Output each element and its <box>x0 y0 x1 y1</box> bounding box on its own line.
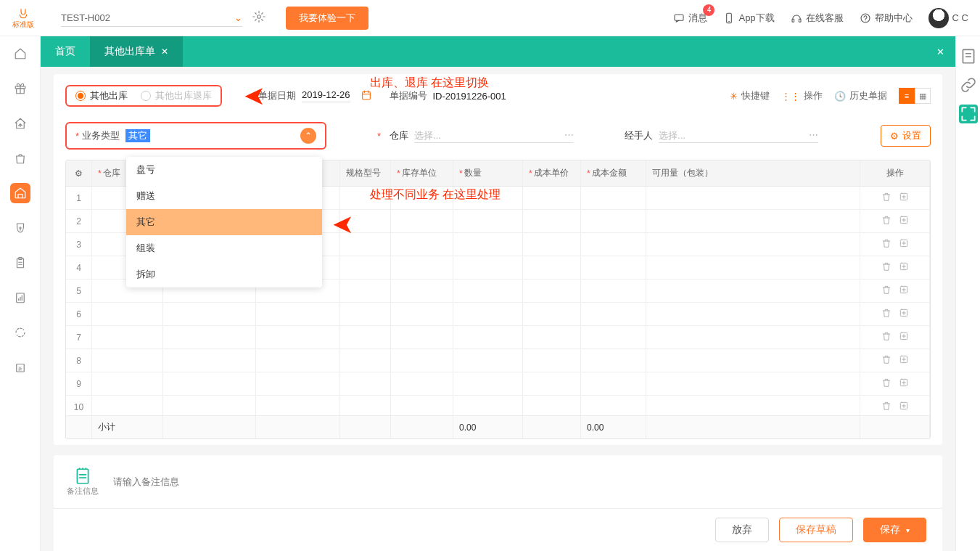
col-qty: 数量 <box>453 160 523 186</box>
nav-house-up-icon[interactable] <box>10 113 30 134</box>
delete-row-icon[interactable] <box>881 354 892 367</box>
svg-text:新: 新 <box>18 366 22 371</box>
radio-out-label: 其他出库 <box>90 89 128 102</box>
grid-view-icon[interactable]: ▦ <box>915 88 931 104</box>
remarks-input[interactable] <box>113 476 929 487</box>
discard-button[interactable]: 放弃 <box>715 518 769 542</box>
business-type-select[interactable]: * 业务类型 其它 ⌃ 盘亏 赠送 其它 组装 拆卸 ➤ <box>65 122 326 150</box>
table-row[interactable]: 10 <box>66 396 930 415</box>
notes-icon[interactable] <box>959 46 978 65</box>
dropdown-option[interactable]: 赠送 <box>126 183 322 209</box>
nav-gift-icon[interactable] <box>10 78 30 99</box>
delete-row-icon[interactable] <box>881 261 892 274</box>
nav-sync-icon[interactable] <box>10 322 30 343</box>
row-index: 10 <box>66 396 92 415</box>
dropdown-option[interactable]: 盘亏 <box>126 157 322 183</box>
try-experience-button[interactable]: 我要体验一下 <box>286 7 368 30</box>
table-row[interactable]: 9 <box>66 372 930 396</box>
delete-row-icon[interactable] <box>881 238 892 250</box>
save-button[interactable]: 保存▾ <box>863 518 926 542</box>
online-service-button[interactable]: 在线客服 <box>791 12 844 25</box>
delete-row-icon[interactable] <box>881 308 892 320</box>
delete-row-icon[interactable] <box>881 215 892 227</box>
add-row-icon[interactable] <box>899 215 909 227</box>
subtotal-qty: 0.00 <box>453 416 523 438</box>
biz-type-label: 业务类型 <box>82 129 120 142</box>
handler-select[interactable]: 经手人 选择...⋯ <box>625 129 818 143</box>
add-row-icon[interactable] <box>899 192 909 204</box>
app-download-label: App下载 <box>738 12 774 25</box>
help-center-button[interactable]: 帮助中心 <box>860 12 913 25</box>
user-menu[interactable]: C C <box>928 8 968 28</box>
delete-row-icon[interactable] <box>881 331 892 343</box>
app-download-button[interactable]: App下载 <box>723 12 774 25</box>
annotation-arrow-icon: ➤ <box>104 209 354 240</box>
row-index: 8 <box>66 349 92 372</box>
avatar <box>928 8 949 28</box>
gear-icon[interactable] <box>252 10 265 25</box>
user-name: C C <box>952 12 968 23</box>
nav-new-icon[interactable]: 新 <box>10 357 30 377</box>
settings-button[interactable]: ⚙设置 <box>881 125 931 147</box>
add-row-icon[interactable] <box>899 261 909 274</box>
messages-badge: 4 <box>703 4 715 16</box>
table-row[interactable]: 8 <box>66 349 930 372</box>
operation-button[interactable]: ⋮⋮操作 <box>781 89 823 102</box>
col-price: 成本单价 <box>523 160 581 186</box>
warehouse-placeholder: 选择... <box>414 129 441 142</box>
link-icon[interactable] <box>959 75 978 94</box>
nav-home-icon[interactable] <box>10 44 30 64</box>
row-index: 9 <box>66 372 92 395</box>
subtotal-label: 小计 <box>92 416 163 438</box>
nav-bag-icon[interactable] <box>10 148 30 168</box>
delete-row-icon[interactable] <box>881 285 892 297</box>
view-toggle[interactable]: ≡▦ <box>899 88 931 104</box>
add-row-icon[interactable] <box>899 238 909 250</box>
shortcut-button[interactable]: ✳快捷键 <box>730 89 770 102</box>
org-selector[interactable]: TEST-H002 ⌄ <box>61 9 242 27</box>
table-row[interactable]: 6 <box>66 303 930 326</box>
add-row-icon[interactable] <box>899 377 909 390</box>
nav-clipboard-icon[interactable] <box>10 253 30 273</box>
tab-other-out[interactable]: 其他出库单 ✕ <box>90 36 183 67</box>
dropdown-option[interactable]: 拆卸 <box>126 261 322 287</box>
chevron-up-icon[interactable]: ⌃ <box>300 128 316 144</box>
nav-money-icon[interactable] <box>10 218 30 238</box>
list-view-icon[interactable]: ≡ <box>899 88 915 104</box>
delete-row-icon[interactable] <box>881 192 892 204</box>
table-row[interactable]: 7 <box>66 326 930 349</box>
annotation-arrow-icon: ➤ <box>244 83 265 109</box>
add-row-icon[interactable] <box>899 331 909 343</box>
warehouse-select[interactable]: * 仓库 选择...⋯ <box>377 129 574 143</box>
bill-date[interactable]: 单据日期 2019-12-26 <box>258 89 372 103</box>
gear-icon[interactable]: ⚙ <box>66 160 92 186</box>
close-all-tabs[interactable]: ✕ <box>925 36 955 67</box>
radio-other-out-return[interactable]: 其他出库退库 <box>141 89 212 102</box>
close-icon[interactable]: ✕ <box>161 46 168 57</box>
radio-other-out[interactable]: 其他出库 <box>75 89 128 102</box>
history-button[interactable]: 🕓历史单据 <box>834 89 887 102</box>
add-row-icon[interactable] <box>899 401 909 413</box>
delete-row-icon[interactable] <box>881 401 892 413</box>
add-row-icon[interactable] <box>899 354 909 367</box>
nav-report-icon[interactable] <box>10 287 30 308</box>
add-row-icon[interactable] <box>899 308 909 320</box>
svg-rect-4 <box>799 19 801 22</box>
save-draft-button[interactable]: 保存草稿 <box>779 518 853 542</box>
col-amount: 成本金额 <box>581 160 646 186</box>
row-index: 6 <box>66 303 92 325</box>
tab-home[interactable]: 首页 <box>41 36 90 67</box>
delete-row-icon[interactable] <box>881 377 892 390</box>
ellipsis-icon[interactable]: ⋯ <box>809 129 818 142</box>
logo: 标准版 <box>12 7 35 30</box>
chevron-down-icon: ▾ <box>906 526 910 534</box>
expand-icon[interactable] <box>959 105 978 123</box>
nav-warehouse-icon[interactable] <box>10 183 30 203</box>
messages-button[interactable]: 消息 4 <box>673 12 707 25</box>
help-label: 帮助中心 <box>875 12 913 25</box>
row-index: 3 <box>66 233 92 256</box>
add-row-icon[interactable] <box>899 285 909 297</box>
calendar-icon[interactable] <box>361 89 372 103</box>
top-header: 标准版 TEST-H002 ⌄ 我要体验一下 消息 4 App下载 在线客服 <box>0 0 980 36</box>
ellipsis-icon[interactable]: ⋯ <box>564 129 574 142</box>
